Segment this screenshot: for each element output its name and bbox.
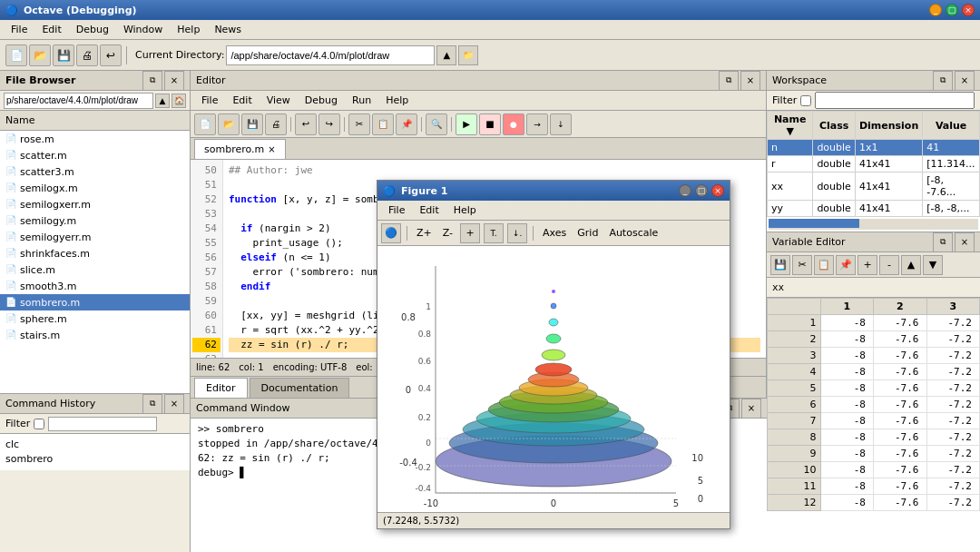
new-file-button[interactable]: 📄 [5, 44, 27, 66]
ve-2-3[interactable]: -7.2 [926, 331, 980, 348]
ve-9-3[interactable]: -7.2 [926, 446, 980, 462]
menu-file[interactable]: File [4, 22, 34, 37]
ve-5-1[interactable]: -8 [820, 380, 874, 397]
ve-6-2[interactable]: -7.6 [874, 397, 927, 413]
ve-col-1[interactable]: 1 [820, 299, 874, 315]
fig-min-button[interactable]: _ [679, 184, 691, 197]
editor-tab-documentation[interactable]: Documentation [250, 378, 350, 398]
editor-close-button[interactable]: × [740, 71, 760, 91]
fb-file-scatter3[interactable]: 📄scatter3.m [0, 163, 190, 180]
fig-axes-label[interactable]: Axes [539, 225, 570, 241]
ve-9-1[interactable]: -8 [820, 446, 874, 462]
ve-close-button[interactable]: × [955, 232, 975, 252]
ws-col-dimension[interactable]: Dimension [855, 112, 922, 140]
current-directory-input[interactable] [226, 45, 435, 65]
editor-redo-btn[interactable]: ↪ [318, 113, 340, 135]
ve-12-1[interactable]: -8 [820, 495, 874, 511]
fig-pan-btn[interactable]: ↓. [507, 223, 527, 243]
ve-7-3[interactable]: -7.2 [926, 413, 980, 429]
open-file-button[interactable]: 📂 [29, 44, 51, 66]
figure-plot-area[interactable]: 0 5 -10 0 0.8 -0.4 10 5 0 [377, 246, 730, 512]
fb-file-slice[interactable]: 📄slice.m [0, 261, 190, 278]
ve-add-row-btn[interactable]: + [858, 255, 877, 275]
menu-debug[interactable]: Debug [69, 22, 116, 37]
ws-filter-checkbox[interactable] [800, 95, 811, 106]
fb-file-semilogyerr[interactable]: 📄semilogyerr.m [0, 229, 190, 245]
ws-close-button[interactable]: × [955, 71, 975, 91]
ve-copy-btn[interactable]: 📋 [814, 255, 834, 275]
editor-copy-btn[interactable]: 📋 [372, 113, 394, 135]
editor-tab-close[interactable]: × [268, 144, 275, 154]
ve-7-1[interactable]: -8 [820, 413, 874, 429]
ve-12-3[interactable]: -7.2 [926, 495, 980, 511]
menu-news[interactable]: News [207, 22, 249, 37]
ve-col-2[interactable]: 2 [874, 299, 927, 315]
ve-2-1[interactable]: -8 [820, 331, 874, 348]
ve-up-btn[interactable]: ▲ [901, 255, 921, 275]
minimize-button[interactable]: _ [929, 4, 942, 16]
editor-tab-editor[interactable]: Editor [194, 378, 248, 398]
ve-3-1[interactable]: -8 [820, 348, 874, 364]
ve-10-1[interactable]: -8 [820, 462, 874, 478]
menu-window[interactable]: Window [116, 22, 170, 37]
save-button[interactable]: 💾 [53, 44, 74, 66]
ve-1-2[interactable]: -7.6 [874, 315, 927, 331]
ch-close-button[interactable]: × [164, 394, 184, 414]
ve-4-2[interactable]: -7.6 [874, 364, 927, 380]
editor-step-btn[interactable]: → [526, 113, 548, 135]
ve-3-2[interactable]: -7.6 [874, 348, 927, 364]
fb-file-scatter[interactable]: 📄scatter.m [0, 147, 190, 163]
ve-paste-btn[interactable]: 📌 [836, 255, 856, 275]
ve-8-1[interactable]: -8 [820, 429, 874, 446]
ve-down-btn[interactable]: ▼ [923, 255, 943, 275]
editor-run-btn[interactable]: ▶ [456, 113, 477, 135]
ch-cmd-sombrero[interactable]: sombrero [5, 452, 184, 467]
ws-row-r[interactable]: r double 41x41 [11.314... [768, 156, 980, 172]
ws-filter-input[interactable] [815, 92, 975, 109]
editor-cut-btn[interactable]: ✂ [348, 113, 370, 135]
ve-col-3[interactable]: 3 [926, 299, 980, 315]
maximize-button[interactable]: □ [946, 4, 958, 16]
ve-4-1[interactable]: -8 [820, 364, 874, 380]
ve-9-2[interactable]: -7.6 [874, 446, 927, 462]
ws-scrollbar[interactable] [769, 219, 978, 230]
editor-save-btn[interactable]: 💾 [241, 113, 263, 135]
ve-11-2[interactable]: -7.6 [874, 478, 927, 495]
fb-file-stairs[interactable]: 📄stairs.m [0, 327, 190, 343]
ve-3-3[interactable]: -7.2 [926, 348, 980, 364]
fig-crosshair-btn[interactable]: + [460, 223, 480, 243]
fig-close-button[interactable]: × [711, 184, 724, 197]
editor-menu-file[interactable]: File [194, 93, 225, 108]
editor-menu-edit[interactable]: Edit [225, 93, 259, 108]
fb-file-sphere[interactable]: 📄sphere.m [0, 310, 190, 327]
fb-file-smooth3[interactable]: 📄smooth3.m [0, 278, 190, 294]
cw-close-button[interactable]: × [741, 399, 761, 419]
editor-tab-sombrero[interactable]: sombrero.m × [194, 139, 286, 159]
editor-undock-button[interactable]: ⧉ [719, 71, 739, 91]
fb-file-rose[interactable]: 📄rose.m [0, 131, 190, 147]
editor-undo-btn[interactable]: ↩ [295, 113, 317, 135]
ve-11-3[interactable]: -7.2 [926, 478, 980, 495]
ve-4-3[interactable]: -7.2 [926, 364, 980, 380]
fb-path-input[interactable] [4, 93, 153, 109]
fb-home-button[interactable]: 🏠 [172, 94, 186, 108]
fb-close-button[interactable]: × [164, 71, 184, 91]
fb-file-semilogx[interactable]: 📄semilogx.m [0, 180, 190, 196]
ve-undock-button[interactable]: ⧉ [933, 232, 953, 252]
ch-undock-button[interactable]: ⧉ [142, 394, 162, 414]
fig-autoscale-label[interactable]: Autoscale [605, 225, 662, 241]
nav-up-button[interactable]: ▲ [436, 45, 456, 65]
ve-10-2[interactable]: -7.6 [874, 462, 927, 478]
ch-cmd-clc[interactable]: clc [5, 438, 184, 452]
ve-12-2[interactable]: -7.6 [874, 495, 927, 511]
fig-grid-label[interactable]: Grid [573, 225, 602, 241]
menu-help[interactable]: Help [170, 22, 207, 37]
editor-bp-btn[interactable]: ● [503, 113, 524, 135]
editor-paste-btn[interactable]: 📌 [396, 113, 417, 135]
ws-row-xx[interactable]: xx double 41x41 [-8, -7.6... [768, 172, 980, 201]
close-button[interactable]: × [962, 4, 975, 16]
editor-menu-view[interactable]: View [260, 93, 298, 108]
fig-menu-file[interactable]: File [381, 202, 412, 218]
fig-menu-edit[interactable]: Edit [412, 202, 446, 218]
nav-browse-button[interactable]: 📁 [458, 45, 478, 65]
